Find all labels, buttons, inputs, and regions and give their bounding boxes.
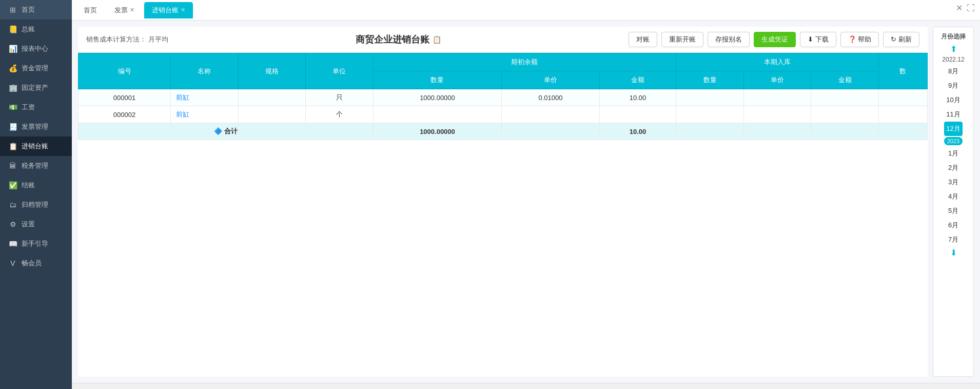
- month-item-2022-9月[interactable]: 9月: [933, 79, 973, 93]
- sidebar-icon-invoice-mgmt: 🧾: [8, 123, 17, 131]
- close-window-button[interactable]: ✕: [956, 3, 963, 13]
- total-opening-price: [502, 123, 599, 140]
- month-item-2022-12月[interactable]: 12月: [944, 122, 963, 136]
- month-item-2023-1月[interactable]: 1月: [933, 146, 973, 161]
- sidebar-item-tax[interactable]: 🏛税务管理: [0, 156, 72, 176]
- month-item-2022-8月[interactable]: 8月: [933, 64, 973, 79]
- month-scroll-down[interactable]: ⬇: [950, 247, 957, 259]
- sidebar-icon-archive: 🗂: [8, 201, 17, 209]
- col-inbound-group: 本期入库: [676, 53, 878, 71]
- sidebar-item-salary[interactable]: 💵工资: [0, 98, 72, 117]
- cell-opening-qty: [373, 106, 502, 123]
- col-inbound-qty: 数量: [676, 71, 743, 89]
- table-row: 000001 前缸 只 1000.00000 0.01000 10.00: [79, 89, 928, 106]
- tab-close-purchase-sales-tab[interactable]: ✕: [181, 7, 185, 13]
- help-button[interactable]: ❓ 帮助: [840, 32, 879, 47]
- sidebar-icon-home: ⊞: [8, 6, 17, 14]
- total-label: 🔷合计: [79, 123, 374, 140]
- cell-inbound-qty: [676, 106, 743, 123]
- col-opening-qty: 数量: [373, 71, 502, 89]
- cell-unit: 个: [306, 106, 373, 123]
- sidebar-item-settings[interactable]: ⚙设置: [0, 215, 72, 234]
- cell-opening-amount: [599, 106, 676, 123]
- sidebar-item-member[interactable]: V畅会员: [0, 254, 72, 273]
- month-item-2023-4月[interactable]: 4月: [933, 189, 973, 204]
- month-item-2023-2月[interactable]: 2月: [933, 161, 973, 175]
- cell-extra: [878, 89, 927, 106]
- cell-inbound-price: [743, 89, 811, 106]
- generate-button[interactable]: 生成凭证: [754, 32, 796, 47]
- reopen-button[interactable]: 重新开账: [661, 32, 703, 47]
- month-scroll-up[interactable]: ⬆: [950, 43, 957, 55]
- cell-code: 000002: [79, 106, 171, 123]
- main-panel: 销售成本计算方法： 月平均 商贸企业进销台账 📋 对账 重新开账 存报别名 生成…: [78, 27, 928, 377]
- cost-method: 销售成本计算方法： 月平均: [86, 35, 168, 44]
- tab-label-purchase-sales-tab: 进销台账: [152, 6, 179, 15]
- sidebar-label-settings: 设置: [22, 220, 35, 229]
- col-name: 名称: [171, 53, 238, 89]
- cell-opening-price: [502, 106, 599, 123]
- total-inbound-qty: [676, 123, 743, 140]
- sidebar-item-reports[interactable]: 📊报表中心: [0, 39, 72, 59]
- month-selector[interactable]: 月份选择⬆2022.128月9月10月11月12月20231月2月3月4月5月6…: [933, 27, 974, 377]
- cell-spec: [238, 89, 305, 106]
- sidebar-label-invoice-mgmt: 发票管理: [22, 122, 48, 131]
- sidebar-icon-reports: 📊: [8, 45, 17, 53]
- sidebar-label-reports: 报表中心: [22, 44, 48, 53]
- cell-name: 前缸: [171, 106, 238, 123]
- month-item-2022-11月[interactable]: 11月: [933, 107, 973, 122]
- sidebar: ⊞首页📒总账📊报表中心💰资金管理🏢固定资产💵工资🧾发票管理📋进销台账🏛税务管理✅…: [0, 0, 72, 389]
- sidebar-item-archive[interactable]: 🗂归档管理: [0, 195, 72, 215]
- cell-opening-price: 0.01000: [502, 89, 599, 106]
- tab-close-invoice-tab[interactable]: ✕: [130, 7, 134, 13]
- total-inbound-price: [743, 123, 811, 140]
- sidebar-label-purchase-sales: 进销台账: [22, 142, 48, 151]
- month-item-2023-5月[interactable]: 5月: [933, 204, 973, 218]
- sidebar-icon-guide: 📖: [8, 240, 17, 248]
- table-body: 000001 前缸 只 1000.00000 0.01000 10.00 000…: [79, 89, 928, 140]
- tabs-bar: 首页发票 ✕进销台账 ✕: [72, 0, 980, 21]
- month-item-2023-3月[interactable]: 3月: [933, 175, 973, 189]
- sidebar-item-closeout[interactable]: ✅结账: [0, 176, 72, 195]
- expand-window-button[interactable]: ⛶: [967, 3, 975, 13]
- col-opening-amount: 金额: [599, 71, 676, 89]
- tab-home-tab[interactable]: 首页: [76, 2, 105, 18]
- sidebar-icon-closeout: ✅: [8, 181, 17, 189]
- title-icon[interactable]: 📋: [433, 35, 441, 44]
- sidebar-item-assets[interactable]: 🏢固定资产: [0, 78, 72, 98]
- sidebar-icon-funds: 💰: [8, 64, 17, 72]
- sidebar-item-guide[interactable]: 📖新手引导: [0, 234, 72, 254]
- refresh-button[interactable]: ↻ 刷新: [883, 32, 919, 47]
- save-as-button[interactable]: 存报别名: [708, 32, 750, 47]
- horizontal-scrollbar[interactable]: [72, 383, 980, 389]
- total-opening-amount: 10.00: [599, 123, 676, 140]
- table-header-main: 编号 名称 规格 单位 期初余额 本期入库 数: [79, 53, 928, 71]
- month-item-2022-10月[interactable]: 10月: [933, 93, 973, 107]
- sidebar-icon-tax: 🏛: [8, 162, 17, 170]
- total-opening-qty: 1000.00000: [373, 123, 502, 140]
- panel-header: 销售成本计算方法： 月平均 商贸企业进销台账 📋 对账 重新开账 存报别名 生成…: [78, 27, 928, 53]
- sidebar-label-guide: 新手引导: [22, 239, 48, 248]
- col-extra: 数: [878, 53, 927, 89]
- col-opening-price: 单价: [502, 71, 599, 89]
- sidebar-item-purchase-sales[interactable]: 📋进销台账: [0, 137, 72, 156]
- sidebar-label-member: 畅会员: [22, 259, 42, 268]
- tab-purchase-sales-tab[interactable]: 进销台账 ✕: [144, 2, 193, 18]
- sidebar-item-invoice-mgmt[interactable]: 🧾发票管理: [0, 117, 72, 137]
- month-item-2023-6月[interactable]: 6月: [933, 218, 973, 232]
- corner-buttons: ✕ ⛶: [956, 3, 975, 13]
- sidebar-icon-salary: 💵: [8, 103, 17, 111]
- sidebar-label-funds: 资金管理: [22, 64, 48, 73]
- sidebar-item-funds[interactable]: 💰资金管理: [0, 59, 72, 78]
- total-extra: [878, 123, 927, 140]
- sidebar-label-ledger: 总账: [22, 25, 35, 34]
- table-total-row: 🔷合计 1000.00000 10.00: [79, 123, 928, 140]
- tab-invoice-tab[interactable]: 发票 ✕: [107, 2, 142, 18]
- sidebar-item-ledger[interactable]: 📒总账: [0, 20, 72, 39]
- sidebar-item-home[interactable]: ⊞首页: [0, 0, 72, 20]
- sidebar-icon-purchase-sales: 📋: [8, 142, 17, 150]
- cost-method-label: 销售成本计算方法：: [86, 35, 146, 43]
- month-item-2023-7月[interactable]: 7月: [933, 232, 973, 247]
- download-button[interactable]: ⬇ 下载: [800, 32, 836, 47]
- reconcile-button[interactable]: 对账: [629, 32, 657, 47]
